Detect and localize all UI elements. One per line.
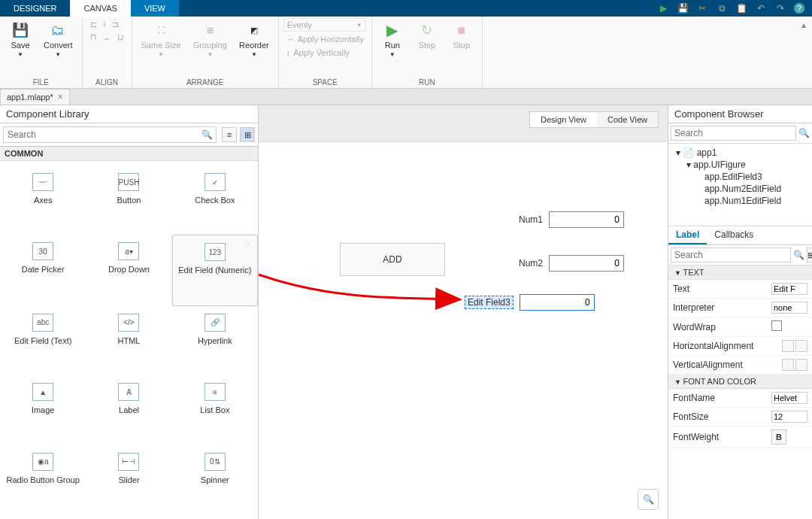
redo-icon[interactable]: ↷ — [774, 2, 786, 14]
reorder-button[interactable]: ◩ Reorder ▼ — [235, 18, 274, 61]
num1-field[interactable] — [549, 211, 624, 228]
component-item-edit-field-text-[interactable]: abcEdit Field (Text) — [0, 306, 86, 375]
component-item-drop-down[interactable]: a▾Drop Down — [86, 235, 171, 305]
align-right-button: ⊐ — [109, 18, 122, 31]
chevron-down-icon: ▼ — [17, 51, 23, 58]
component-item-icon: abc — [32, 314, 53, 332]
align-middle-v-icon: ⫠ — [103, 33, 111, 42]
list-view-button[interactable]: ≡ — [222, 127, 237, 142]
design-canvas[interactable]: ADD Num1 Num2 Edit Field3 🔍 — [259, 141, 668, 519]
design-view-button[interactable]: Design View — [530, 112, 597, 127]
convert-label: Convert — [44, 41, 73, 50]
prop-fontweight-name: FontWeight — [673, 432, 767, 442]
group-label-file: FILE — [5, 77, 77, 88]
evenly-dropdown: Evenly ▼ — [283, 18, 366, 32]
prop-fontsize-value[interactable] — [771, 411, 807, 423]
component-item-list-box[interactable]: ≡List Box — [172, 375, 258, 445]
prop-halign-buttons[interactable] — [782, 340, 807, 352]
close-icon[interactable]: × — [58, 92, 63, 102]
run-icon: ▶ — [383, 21, 401, 39]
component-item-radio-button-group[interactable]: ◉aRadio Button Group — [0, 445, 86, 514]
convert-button[interactable]: 🗂 Convert ▼ — [39, 18, 77, 61]
favorite-star-icon[interactable]: ☆ — [243, 238, 251, 249]
tab-view[interactable]: VIEW — [131, 0, 179, 17]
component-item-icon: ≡ — [205, 383, 226, 401]
component-search-input[interactable] — [3, 126, 217, 143]
canvas-area: Design View Code View ADD Num1 Num2 Edit… — [259, 105, 668, 519]
group-label-space: SPACE — [283, 77, 367, 88]
component-item-axes[interactable]: 〰Axes — [0, 165, 86, 235]
component-item-icon: </> — [118, 314, 139, 332]
component-item-label[interactable]: ALabel — [86, 375, 171, 445]
tree-uifigure[interactable]: ▾ app.UIFigure — [671, 159, 809, 171]
component-item-icon: 0⇅ — [205, 453, 226, 471]
component-tree[interactable]: ▾ 📄 app1 ▾ app.UIFigure app.EditField3 a… — [668, 144, 812, 226]
cut-icon[interactable]: ✂ — [696, 2, 708, 14]
prop-fontname-value[interactable] — [771, 392, 807, 404]
collapse-ribbon-icon[interactable]: ▴ — [795, 17, 812, 88]
num2-field[interactable] — [549, 255, 624, 272]
zoom-button[interactable]: 🔍 — [638, 489, 659, 510]
document-tab-strip: app1.mlapp* × — [0, 89, 812, 105]
tree-root[interactable]: ▾ 📄 app1 — [671, 147, 809, 159]
tree-num1editfield[interactable]: app.Num1EditField — [671, 195, 809, 207]
align-right-icon: ⊐ — [112, 20, 119, 29]
component-item-slider[interactable]: ⊢⊣Slider — [86, 445, 171, 514]
prop-interpreter-value[interactable] — [771, 302, 807, 314]
code-view-button[interactable]: Code View — [597, 112, 658, 127]
run-icon[interactable]: ▶ — [657, 2, 669, 14]
category-view-button[interactable]: ⊞ — [807, 247, 812, 263]
document-tab-label: app1.mlapp* — [7, 93, 53, 102]
property-search-input[interactable] — [671, 247, 791, 263]
component-item-label: Image — [32, 405, 55, 414]
component-item-label: Hyperlink — [198, 336, 232, 345]
component-item-spinner[interactable]: 0⇅Spinner — [172, 445, 258, 514]
prop-wordwrap-checkbox[interactable] — [771, 320, 782, 331]
component-item-label: Date Picker — [22, 265, 65, 274]
prop-text-value[interactable] — [771, 283, 807, 295]
tree-num2editfield[interactable]: app.Num2EditField — [671, 183, 809, 195]
tab-callbacks[interactable]: Callbacks — [707, 226, 761, 244]
grouping-icon: ⊞ — [201, 21, 219, 39]
copy-icon[interactable]: ⧉ — [716, 2, 728, 14]
component-item-edit-field-numeric-[interactable]: 123Edit Field (Numeric)☆ — [172, 235, 258, 305]
component-item-label: List Box — [200, 405, 229, 414]
editfield3-label[interactable]: Edit Field3 — [465, 296, 514, 309]
grouping-button: ⊞ Grouping ▼ — [189, 18, 232, 61]
prop-fontname-name: FontName — [673, 393, 767, 403]
component-item-image[interactable]: ▲Image — [0, 375, 86, 445]
same-size-button: ⛶ Same Size ▼ — [137, 18, 186, 61]
paste-icon[interactable]: 📋 — [735, 2, 747, 14]
editfield3-field[interactable] — [520, 294, 595, 311]
save-icon[interactable]: 💾 — [677, 2, 689, 14]
component-library-title: Component Library — [0, 105, 258, 123]
undo-icon[interactable]: ↶ — [755, 2, 767, 14]
save-button[interactable]: 💾 Save ▼ — [5, 18, 36, 61]
section-font[interactable]: FONT AND COLOR — [668, 375, 812, 389]
component-item-button[interactable]: PUSHButton — [86, 165, 171, 235]
component-item-html[interactable]: </>HTML — [86, 306, 171, 375]
tab-designer[interactable]: DESIGNER — [0, 0, 70, 17]
component-item-label: HTML — [118, 336, 141, 345]
help-icon[interactable]: ? — [794, 3, 804, 14]
tab-canvas[interactable]: CANVAS — [70, 0, 130, 17]
browser-search-input[interactable] — [671, 126, 796, 141]
component-item-hyperlink[interactable]: 🔗Hyperlink — [172, 306, 258, 375]
run-button[interactable]: ▶ Run ▼ — [377, 18, 408, 61]
section-text[interactable]: TEXT — [668, 266, 812, 280]
add-button[interactable]: ADD — [340, 243, 445, 276]
chevron-down-icon: ▼ — [356, 22, 362, 29]
search-icon: 🔍 — [798, 126, 810, 141]
component-item-check-box[interactable]: ✓Check Box — [172, 165, 258, 235]
component-item-icon: A — [118, 383, 139, 401]
prop-valign-buttons[interactable] — [782, 359, 807, 371]
align-middle-v-button: ⫠ — [100, 31, 114, 44]
prop-halign-name: HorizontalAlignment — [673, 341, 777, 351]
tab-label[interactable]: Label — [668, 226, 707, 244]
component-item-date-picker[interactable]: 30Date Picker — [0, 235, 86, 305]
tree-editfield3[interactable]: app.EditField3 — [671, 171, 809, 183]
grid-view-button[interactable]: ⊞ — [240, 127, 255, 142]
prop-fontweight-bold-button[interactable]: B — [771, 429, 786, 445]
document-tab[interactable]: app1.mlapp* × — [0, 89, 70, 105]
component-item-icon: 〰 — [32, 173, 53, 191]
